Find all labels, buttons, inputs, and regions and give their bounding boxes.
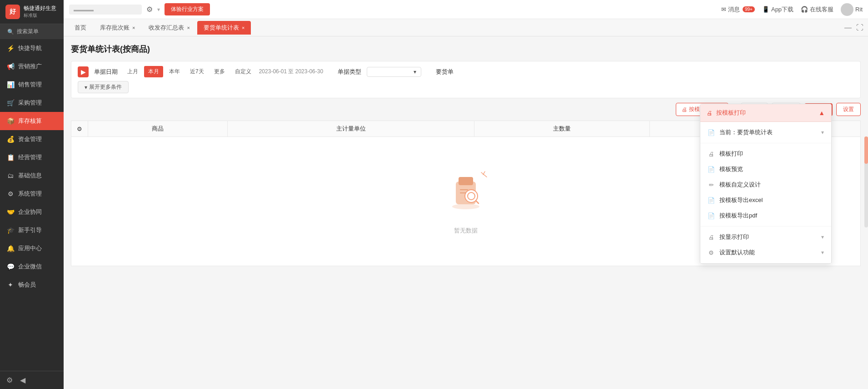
- expand-more-button[interactable]: ▾ 展开更多条件: [78, 81, 129, 93]
- date-btn-thisyear[interactable]: 本年: [165, 66, 184, 77]
- sidebar-item-sales[interactable]: 📊 销售管理: [0, 76, 64, 94]
- tab-collection-label: 收发存汇总表: [149, 24, 184, 32]
- collab-icon: 🤝: [6, 208, 15, 216]
- business-icon: 📋: [6, 154, 15, 161]
- sidebar-item-label: 企业协同: [18, 208, 42, 216]
- default-func-arrow-icon: ▾: [821, 249, 824, 256]
- user-avatar-area[interactable]: Rit: [841, 3, 863, 16]
- print-dropdown-panel: 🖨 按模板打印 ▲ 📄 当前：要货单统计表 ▾ 🖨 模板打印 📄: [700, 104, 832, 264]
- table-col-gear[interactable]: ⚙: [71, 121, 88, 137]
- tab-batch-close[interactable]: ×: [132, 25, 135, 30]
- tab-order-stat-close[interactable]: ×: [242, 25, 244, 30]
- select-arrow-icon: ▾: [414, 69, 416, 75]
- dropdown-item-template-pdf[interactable]: 📄 按模板导出pdf: [700, 208, 831, 223]
- dropdown-item-template-preview[interactable]: 📄 模板预览: [700, 162, 831, 177]
- tab-collection-close[interactable]: ×: [187, 25, 190, 30]
- filter-bar: ▶ 单据日期 上月 本月 本年 近7天 更多 自定义 2023-06-01 至 …: [71, 61, 861, 98]
- expand-icon: ▾: [85, 84, 87, 91]
- online-service-button[interactable]: 🎧 在线客服: [801, 5, 833, 14]
- tab-batch[interactable]: 库存批次账 ×: [94, 21, 141, 35]
- date-btn-lastmonth[interactable]: 上月: [123, 66, 142, 77]
- user-avatar: [841, 3, 853, 16]
- right-scrollbar[interactable]: [864, 136, 868, 227]
- tab-order-stat[interactable]: 要货单统计表 ×: [197, 21, 251, 35]
- settings-button[interactable]: 设置: [836, 103, 861, 116]
- window-maximize-icon[interactable]: ⛶: [856, 24, 863, 32]
- default-func-label: 设置默认功能: [719, 248, 817, 257]
- system-icon: ⚙: [6, 190, 15, 197]
- dropdown-item-template-print[interactable]: 🖨 模板打印: [700, 146, 831, 162]
- message-badge: 99+: [743, 6, 755, 12]
- sidebar-search[interactable]: 🔍 搜索菜单: [0, 24, 64, 39]
- sidebar-item-finance[interactable]: 💰 资金管理: [0, 130, 64, 148]
- search-icon: 🔍: [7, 29, 14, 35]
- template-pdf-label: 按模板导出pdf: [719, 212, 824, 220]
- sidebar-item-label: 企业微信: [18, 263, 42, 271]
- appstore-icon: 🔔: [6, 245, 15, 252]
- template-excel-label: 按模板导出excel: [719, 196, 824, 204]
- industry-plan-button[interactable]: 体验行业方案: [165, 3, 210, 15]
- inventory-icon: 📦: [6, 117, 15, 125]
- current-arrow-icon: ▾: [821, 129, 824, 136]
- date-btn-7days[interactable]: 近7天: [186, 66, 208, 77]
- sidebar-item-label: 资金管理: [18, 135, 42, 143]
- template-pdf-icon: 📄: [708, 212, 715, 219]
- app-download-label: App下载: [771, 5, 793, 14]
- purchase-icon: 🛒: [6, 99, 15, 106]
- guide-icon: 🎓: [6, 227, 15, 234]
- date-btn-more[interactable]: 更多: [210, 66, 229, 77]
- dropdown-close-button[interactable]: ▲: [818, 109, 825, 116]
- date-btn-thismonth[interactable]: 本月: [144, 66, 163, 77]
- print-icon: 🖨: [682, 106, 687, 113]
- sidebar-item-label: 基础信息: [18, 172, 42, 180]
- type-filter-label: 单据类型: [338, 68, 361, 76]
- message-label: 消息: [728, 5, 740, 14]
- filter-toggle-button[interactable]: ▶: [78, 66, 89, 77]
- topbar-search-bar: ▬▬▬▬: [69, 5, 142, 15]
- sidebar-item-appstore[interactable]: 🔔 应用中心: [0, 239, 64, 258]
- sidebar-bottom: ⚙ ◀: [0, 371, 64, 389]
- dropdown-print-icon: 🖨: [707, 110, 713, 116]
- sidebar-item-member[interactable]: ✦ 畅会员: [0, 276, 64, 294]
- tab-home-label: 首页: [75, 24, 86, 32]
- app-download-button[interactable]: 📱 App下载: [762, 5, 793, 14]
- sidebar-item-inventory[interactable]: 📦 库存核算: [0, 112, 64, 130]
- member-icon: ✦: [6, 281, 15, 288]
- tab-collection[interactable]: 收发存汇总表 ×: [142, 21, 196, 35]
- sidebar-item-collab[interactable]: 🤝 企业协同: [0, 203, 64, 221]
- dropdown-current-item[interactable]: 📄 当前：要货单统计表 ▾: [700, 125, 831, 140]
- date-range-display: 2023-06-01 至 2023-06-30: [259, 68, 323, 76]
- dropdown-item-template-excel[interactable]: 📄 按模板导出excel: [700, 192, 831, 208]
- sidebar-item-business[interactable]: 📋 经营管理: [0, 148, 64, 167]
- template-print-label: 模板打印: [719, 150, 824, 158]
- settings-icon[interactable]: ⚙: [6, 376, 13, 384]
- dropdown-current-label: 当前：要货单统计表: [719, 128, 817, 136]
- sidebar-item-basic[interactable]: 🗂 基础信息: [0, 167, 64, 185]
- username-label: Rit: [855, 6, 863, 13]
- finance-icon: 💰: [6, 136, 15, 143]
- sidebar-item-marketing[interactable]: 📢 营销推广: [0, 57, 64, 76]
- sidebar-item-label: 经营管理: [18, 153, 42, 162]
- svg-rect-2: [459, 177, 473, 185]
- topbar-gear-icon[interactable]: ⚙: [146, 5, 153, 14]
- svg-point-0: [452, 204, 479, 209]
- dropdown-item-display-print[interactable]: 🖨 按显示打印 ▾: [700, 229, 831, 245]
- date-btn-custom[interactable]: 自定义: [231, 66, 255, 77]
- tab-home[interactable]: 首页: [68, 21, 93, 35]
- window-minimize-icon[interactable]: —: [844, 24, 852, 32]
- sidebar-item-label: 营销推广: [18, 62, 42, 71]
- sidebar-item-guide[interactable]: 🎓 新手引导: [0, 221, 64, 239]
- sidebar-item-label: 系统管理: [18, 190, 42, 198]
- sidebar-item-label: 畅会员: [18, 281, 36, 289]
- sidebar-item-system[interactable]: ⚙ 系统管理: [0, 185, 64, 203]
- sidebar-item-wecom[interactable]: 💬 企业微信: [0, 258, 64, 276]
- sidebar-item-quicknav[interactable]: ⚡ 快捷导航: [0, 39, 64, 57]
- message-button[interactable]: ✉ 消息 99+: [721, 5, 755, 14]
- dropdown-arrow-icon[interactable]: ▾: [157, 6, 160, 13]
- default-func-icon: ⚙: [708, 249, 715, 256]
- dropdown-item-template-custom[interactable]: ✏ 模板自定义设计: [700, 177, 831, 192]
- collapse-icon[interactable]: ◀: [20, 376, 25, 384]
- type-select[interactable]: ▾: [367, 67, 421, 77]
- sidebar-item-purchase[interactable]: 🛒 采购管理: [0, 94, 64, 112]
- dropdown-item-default-func[interactable]: ⚙ 设置默认功能 ▾: [700, 245, 831, 260]
